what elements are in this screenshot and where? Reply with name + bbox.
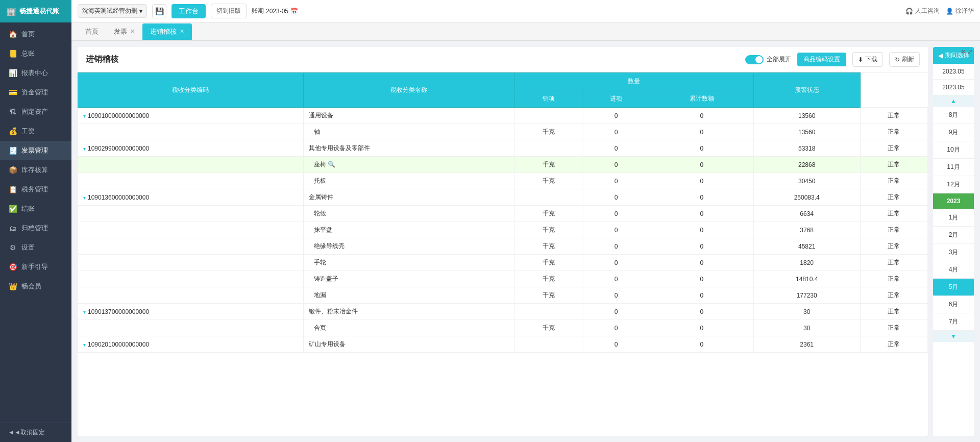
sidebar-item-funds[interactable]: 💳 资金管理 bbox=[0, 83, 71, 102]
company-selector[interactable]: 沈海英测试经营勿删 ▾ bbox=[78, 4, 147, 18]
table-row[interactable]: 铸造盖子 千克 0 0 14810.4 正常 bbox=[78, 271, 928, 287]
month-8[interactable]: 8月 bbox=[933, 107, 974, 124]
table-row[interactable]: 地漏 千克 0 0 177230 正常 bbox=[78, 287, 928, 304]
table-row[interactable]: ▾109013600000000000 金属铸件 0 0 250083.4 正常 bbox=[78, 189, 928, 206]
table-row[interactable]: 托板 千克 0 0 30450 正常 bbox=[78, 173, 928, 189]
sidebar-item-settings[interactable]: ⚙ 设置 bbox=[0, 238, 71, 257]
expand-panel-icon[interactable]: ⤢ bbox=[967, 48, 973, 56]
sidebar-item-inventory[interactable]: 📦 库存核算 bbox=[0, 160, 71, 180]
help-button[interactable]: 🎧 人工咨询 bbox=[905, 7, 940, 15]
product-code-button[interactable]: 商品编码设置 bbox=[797, 53, 846, 66]
month-4[interactable]: 4月 bbox=[933, 261, 974, 279]
sidebar-item-label: 结账 bbox=[21, 204, 35, 213]
table-row[interactable]: 座椅 🔍 千克 0 0 22868 正常 bbox=[78, 157, 928, 173]
table-row[interactable]: ▾109013700000000000 锻件、粉末冶金件 0 0 30 正常 bbox=[78, 304, 928, 320]
month-10[interactable]: 10月 bbox=[933, 141, 974, 159]
table-row[interactable]: 绝缘导线壳 千克 0 0 45821 正常 bbox=[78, 238, 928, 255]
row-name: 座椅 🔍 bbox=[303, 157, 515, 173]
close-panel-icon[interactable]: ✕ bbox=[961, 48, 966, 56]
table-wrap: 税收分类编码 税收分类名称 数量 预警状态 销项 进项 累计数额 bbox=[78, 72, 928, 436]
old-version-button[interactable]: 切到旧版 bbox=[211, 4, 247, 18]
sidebar-item-reports[interactable]: 📊 报表中心 bbox=[0, 63, 71, 83]
table-row[interactable]: ▾109029900000000000 其他专用设备及零部件 0 0 53318… bbox=[78, 140, 928, 157]
download-button[interactable]: ⬇ 下载 bbox=[852, 52, 883, 67]
collapse-icon[interactable]: ▾ bbox=[83, 195, 86, 201]
row-sales: 0 bbox=[582, 287, 650, 304]
row-name: 托板 bbox=[303, 173, 515, 189]
sidebar-item-settlement[interactable]: ✅ 结账 bbox=[0, 199, 71, 218]
tab-reconcile-close[interactable]: ✕ bbox=[180, 28, 184, 35]
row-total: 13560 bbox=[753, 108, 860, 124]
period-item-2023-05-a[interactable]: 2023.05 bbox=[933, 64, 974, 80]
tab-reconcile[interactable]: 进销稽核 ✕ bbox=[142, 23, 192, 40]
tax-icon: 📋 bbox=[8, 185, 17, 193]
sidebar-item-invoice[interactable]: 🧾 发票管理 bbox=[0, 141, 71, 160]
search-icon[interactable]: 🔍 bbox=[328, 161, 335, 168]
collapse-icon[interactable]: ▾ bbox=[83, 342, 86, 348]
collapse-icon[interactable]: ▾ bbox=[83, 146, 86, 152]
user-menu[interactable]: 👤 徐泽华 bbox=[946, 7, 974, 15]
row-code bbox=[78, 206, 304, 222]
toggle-knob bbox=[755, 56, 763, 63]
month-2[interactable]: 2月 bbox=[933, 227, 974, 244]
table-row[interactable]: 抹平盘 千克 0 0 3768 正常 bbox=[78, 222, 928, 238]
tab-invoice[interactable]: 发票 ✕ bbox=[106, 23, 142, 40]
row-total: 2361 bbox=[753, 336, 860, 353]
sidebar-item-guide[interactable]: 🎯 新手引导 bbox=[0, 257, 71, 277]
refresh-label: 刷新 bbox=[902, 55, 914, 64]
month-3[interactable]: 3月 bbox=[933, 244, 974, 261]
month-7[interactable]: 7月 bbox=[933, 313, 974, 331]
table-row[interactable]: ▾109010000000000000 通用设备 0 0 13560 正常 bbox=[78, 108, 928, 124]
sidebar-item-tax[interactable]: 📋 税务管理 bbox=[0, 180, 71, 199]
sidebar-item-ledger[interactable]: 📒 总账 bbox=[0, 44, 71, 63]
month-12[interactable]: 12月 bbox=[933, 176, 974, 193]
table-row[interactable]: 轴 千克 0 0 13560 正常 bbox=[78, 124, 928, 140]
row-sales: 0 bbox=[582, 304, 650, 320]
save-button[interactable]: 💾 bbox=[152, 4, 166, 18]
sidebar-item-assets[interactable]: 🏗 固定资产 bbox=[0, 102, 71, 121]
refresh-button[interactable]: ↻ 刷新 bbox=[889, 52, 920, 67]
content-area: 进销稽核 全部展开 商品编码设置 ⬇ 下载 ↻ 刷 bbox=[71, 41, 980, 442]
month-11[interactable]: 11月 bbox=[933, 159, 974, 176]
sidebar-unpin[interactable]: ◄◄取消固定 bbox=[0, 423, 71, 442]
row-status: 正常 bbox=[860, 124, 927, 140]
scroll-down-button[interactable]: ▼ bbox=[933, 331, 974, 342]
headset-icon: 🎧 bbox=[905, 8, 913, 15]
ledger-icon: 📒 bbox=[8, 50, 17, 58]
sidebar-item-home[interactable]: 🏠 首页 bbox=[0, 24, 71, 44]
month-5[interactable]: 5月 bbox=[933, 279, 974, 296]
tab-invoice-close[interactable]: ✕ bbox=[130, 28, 135, 35]
expand-toggle[interactable] bbox=[745, 55, 764, 64]
logo-icon: 🏢 bbox=[6, 7, 16, 16]
row-sales: 0 bbox=[582, 157, 650, 173]
sidebar-item-member[interactable]: 👑 畅会员 bbox=[0, 277, 71, 296]
row-status: 正常 bbox=[860, 238, 927, 255]
month-1[interactable]: 1月 bbox=[933, 209, 974, 227]
sidebar-item-archive[interactable]: 🗂 归档管理 bbox=[0, 218, 71, 238]
invoice-icon: 🧾 bbox=[8, 146, 17, 155]
settlement-icon: ✅ bbox=[8, 205, 17, 213]
collapse-icon[interactable]: ▾ bbox=[83, 113, 86, 119]
reports-icon: 📊 bbox=[8, 69, 17, 77]
scroll-up-button[interactable]: ▲ bbox=[933, 95, 974, 107]
period-item-2023-05-b[interactable]: 2023.05 bbox=[933, 80, 974, 95]
sidebar-item-salary[interactable]: 💰 工资 bbox=[0, 121, 71, 141]
month-9[interactable]: 9月 bbox=[933, 124, 974, 141]
row-code bbox=[78, 222, 304, 238]
calendar-icon[interactable]: 📅 bbox=[290, 8, 298, 15]
workbench-button[interactable]: 工作台 bbox=[172, 4, 206, 18]
month-6[interactable]: 6月 bbox=[933, 296, 974, 313]
row-total: 53318 bbox=[753, 140, 860, 157]
table-row[interactable]: 合页 千克 0 0 30 正常 bbox=[78, 320, 928, 336]
table-row[interactable]: ▾109020100000000000 矿山专用设备 0 0 2361 正常 bbox=[78, 336, 928, 353]
row-status: 正常 bbox=[860, 320, 927, 336]
table-row[interactable]: 轮毂 千克 0 0 6634 正常 bbox=[78, 206, 928, 222]
table-row[interactable]: 手轮 千克 0 0 1820 正常 bbox=[78, 255, 928, 271]
year-2023[interactable]: 2023 bbox=[933, 193, 974, 209]
collapse-icon[interactable]: ▾ bbox=[83, 309, 86, 315]
tab-home[interactable]: 首页 bbox=[78, 23, 106, 40]
row-purchase: 0 bbox=[650, 124, 753, 140]
member-icon: 👑 bbox=[8, 282, 17, 290]
page-header: 进销稽核 全部展开 商品编码设置 ⬇ 下载 ↻ 刷 bbox=[78, 47, 928, 72]
row-purchase: 0 bbox=[650, 173, 753, 189]
